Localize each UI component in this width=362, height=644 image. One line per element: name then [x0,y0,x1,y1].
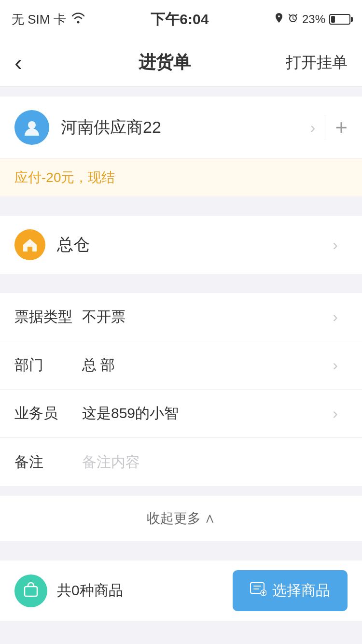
nav-bar: ‹ 进货单 打开挂单 [0,39,362,87]
main-content: 河南供应商22 › + 应付-20元，现结 总仓 › 票据类型 不开票 › [0,87,362,621]
bottom-bar: 共0种商品 选择商品 [0,560,362,621]
remark-label: 备注 [14,452,82,472]
supplier-section: 河南供应商22 › + 应付-20元，现结 [0,97,362,196]
select-goods-button[interactable]: 选择商品 [233,570,348,611]
invoice-type-row[interactable]: 票据类型 不开票 › [0,293,362,341]
carrier-text: 无 SIM 卡 [12,11,66,28]
goods-count-text: 共0种商品 [57,581,123,601]
status-bar: 无 SIM 卡 下午6:04 23% [0,0,362,39]
goods-icon [14,574,47,607]
collapse-toggle[interactable]: 收起更多 ∧ [0,496,362,541]
supplier-row[interactable]: 河南供应商22 › + [0,97,362,159]
supplier-chevron-icon: › [310,119,316,137]
status-left: 无 SIM 卡 [12,11,85,28]
svg-point-1 [28,121,36,129]
notice-bar: 应付-20元，现结 [0,159,362,196]
status-right: 23% [274,12,350,27]
department-value: 总 部 [82,355,333,375]
department-label: 部门 [14,355,82,375]
remark-input[interactable]: 备注内容 [82,452,348,472]
gap-4 [0,541,362,551]
svg-rect-2 [28,247,32,252]
notice-text: 应付-20元，现结 [14,170,115,185]
warehouse-section: 总仓 › [0,216,362,274]
goods-count-section: 共0种商品 [14,574,123,607]
remark-row[interactable]: 备注 备注内容 [0,438,362,486]
warehouse-row[interactable]: 总仓 › [0,216,362,274]
gap-2 [0,196,362,206]
select-goods-icon [250,582,266,599]
gap-1 [0,87,362,97]
back-button[interactable]: ‹ [14,49,43,76]
collapse-label: 收起更多 ∧ [147,511,216,526]
form-section: 票据类型 不开票 › 部门 总 部 › 业务员 这是859的小智 › 备注 备注… [0,293,362,486]
gap-3 [0,274,362,283]
invoice-chevron-icon: › [333,308,338,326]
dept-chevron-icon: › [333,356,338,374]
department-row[interactable]: 部门 总 部 › [0,341,362,390]
location-icon [274,12,284,27]
battery-icon [329,14,350,25]
supplier-avatar [14,110,49,145]
add-button[interactable]: + [325,115,348,140]
salesperson-chevron-icon: › [333,405,338,422]
svg-rect-3 [25,587,37,596]
wifi-icon [71,12,85,27]
supplier-name: 河南供应商22 [61,116,310,139]
open-pending-button[interactable]: 打开挂单 [286,52,348,73]
warehouse-icon [14,229,45,260]
salesperson-value: 这是859的小智 [82,404,333,423]
battery-text: 23% [302,13,325,26]
status-time: 下午6:04 [151,10,209,29]
alarm-icon [288,12,298,27]
salesperson-label: 业务员 [14,404,82,423]
warehouse-name: 总仓 [57,234,333,256]
page-title: 进货单 [139,51,191,74]
warehouse-chevron-icon: › [333,236,338,254]
salesperson-row[interactable]: 业务员 这是859的小智 › [0,390,362,438]
select-goods-label: 选择商品 [272,581,330,601]
invoice-type-value: 不开票 [82,307,333,327]
invoice-type-label: 票据类型 [14,307,82,327]
